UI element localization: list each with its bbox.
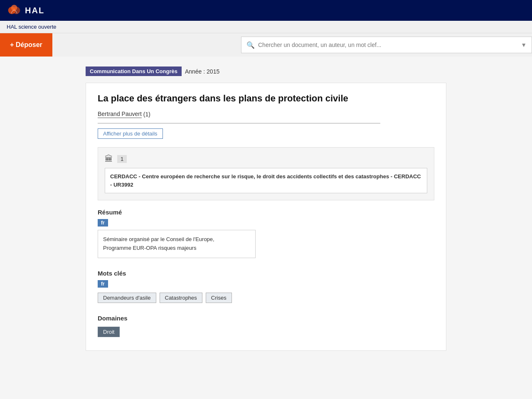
keywords-lang-badge[interactable]: fr [98,280,108,288]
doc-meta: Communication Dans Un Congrès Année : 20… [86,66,446,76]
toolbar: + Déposer 🔍 ▼ [0,33,532,57]
header: HAL [0,0,532,21]
abstract-box: Séminaire organisé par le Conseil de l'E… [98,230,256,258]
hal-logo-icon [7,3,22,18]
author-name[interactable]: Bertrand Pauvert [98,111,142,118]
chevron-down-icon[interactable]: ▼ [521,42,527,48]
subheader-link[interactable]: HAL science ouverte [7,24,56,30]
author-divider [98,123,380,123]
keyword-tag-catastrophes[interactable]: Catastrophes [160,293,202,303]
doc-card: La place des étrangers dans les plans de… [86,83,446,351]
keywords-row: Demandeurs d'asile Catastrophes Crises [98,293,434,303]
affil-number: 1 [117,155,127,163]
search-icon: 🔍 [246,41,255,49]
domaines-section: Domaines Droit [98,315,434,340]
main-content: Communication Dans Un Congrès Année : 20… [79,57,453,371]
search-container: 🔍 ▼ [241,37,532,53]
affil-section: 🏛 1 CERDACC - Centre européen de recherc… [98,147,434,200]
domaines-label: Domaines [98,315,434,322]
abstract-line1: Séminaire organisé par le Conseil de l'E… [103,236,214,242]
doc-type-badge: Communication Dans Un Congrès [86,66,182,76]
doc-year: Année : 2015 [185,68,219,75]
keyword-tag-asylum[interactable]: Demandeurs d'asile [98,293,156,303]
doc-title: La place des étrangers dans les plans de… [98,93,434,104]
mots-cles-label: Mots clés [98,270,434,277]
keyword-tag-crises[interactable]: Crises [206,293,232,303]
resume-section: Résumé fr Séminaire organisé par le Cons… [98,209,434,258]
hal-logo-text: HAL [25,6,44,15]
affil-header: 🏛 1 [105,154,427,164]
show-more-button[interactable]: Afficher plus de détails [98,128,163,139]
search-input[interactable] [258,42,521,48]
keywords-section: Mots clés fr Demandeurs d'asile Catastro… [98,270,434,303]
subheader: HAL science ouverte [0,21,532,33]
resume-label: Résumé [98,209,434,216]
deposit-button[interactable]: + Déposer [0,33,52,57]
institution-icon: 🏛 [105,154,113,164]
domain-tag-droit[interactable]: Droit [98,327,120,337]
author-row: Bertrand Pauvert (1) [98,111,434,118]
abstract-line2: Programme EUR-OPA risques majeurs [103,245,196,251]
author-affil-number: (1) [143,111,150,118]
hal-logo[interactable]: HAL [7,3,44,18]
resume-lang-badge[interactable]: fr [98,219,108,227]
affil-text: CERDACC - Centre européen de recherche s… [105,168,427,193]
